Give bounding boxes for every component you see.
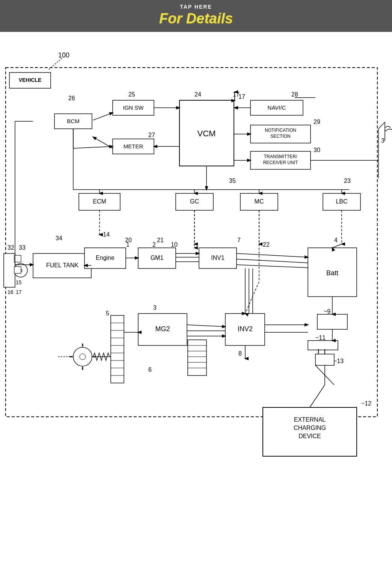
- svg-rect-129: [188, 340, 207, 375]
- svg-rect-72: [4, 253, 15, 287]
- svg-text:VCM: VCM: [198, 129, 216, 138]
- svg-text:16: 16: [8, 289, 14, 295]
- svg-text:DEVICE: DEVICE: [299, 433, 321, 439]
- svg-text:GC: GC: [190, 198, 199, 205]
- svg-text:8: 8: [238, 350, 242, 357]
- svg-text:27: 27: [148, 132, 155, 138]
- svg-text:25: 25: [128, 91, 135, 98]
- svg-text:3: 3: [381, 137, 384, 144]
- svg-text:MG2: MG2: [155, 325, 170, 333]
- svg-text:EXTERNAL: EXTERNAL: [294, 416, 326, 423]
- svg-text:~12: ~12: [361, 400, 371, 407]
- svg-text:CHARGING: CHARGING: [294, 425, 326, 431]
- svg-text:26: 26: [68, 95, 75, 101]
- svg-text:34: 34: [56, 235, 62, 241]
- svg-text:SECTION: SECTION: [270, 134, 290, 139]
- svg-text:22: 22: [263, 241, 270, 248]
- svg-text:VEHICLE: VEHICLE: [19, 77, 42, 83]
- svg-text:RECEIVER UNIT: RECEIVER UNIT: [263, 160, 298, 165]
- svg-text:Engine: Engine: [96, 255, 115, 261]
- svg-text:MC: MC: [255, 198, 264, 205]
- svg-text:2: 2: [152, 241, 156, 248]
- svg-text:GM1: GM1: [151, 255, 164, 261]
- svg-text:INV2: INV2: [238, 325, 253, 333]
- svg-text:TRANSMITTER/: TRANSMITTER/: [264, 154, 297, 159]
- svg-text:NOTIFICATION: NOTIFICATION: [265, 128, 296, 133]
- svg-text:24: 24: [194, 91, 201, 98]
- svg-text:30: 30: [314, 147, 320, 153]
- svg-text:~11: ~11: [315, 335, 326, 341]
- svg-text:15: 15: [16, 279, 22, 285]
- header-bar[interactable]: TAP HERE For Details: [0, 0, 392, 32]
- svg-text:100: 100: [58, 51, 69, 59]
- svg-rect-159: [263, 407, 357, 456]
- svg-text:IGN SW: IGN SW: [123, 104, 144, 111]
- svg-text:7: 7: [237, 237, 241, 243]
- svg-text:23: 23: [344, 178, 351, 184]
- svg-text:32: 32: [8, 244, 14, 251]
- for-details-label: For Details: [0, 11, 392, 27]
- svg-rect-74: [14, 267, 21, 273]
- svg-text:21: 21: [157, 237, 164, 243]
- svg-rect-154: [315, 354, 334, 365]
- svg-text:~13: ~13: [333, 358, 344, 364]
- svg-text:10: 10: [171, 241, 178, 248]
- svg-text:LBC: LBC: [336, 198, 347, 205]
- svg-text:28: 28: [291, 91, 298, 98]
- svg-text:35: 35: [229, 178, 236, 184]
- svg-text:3: 3: [153, 305, 157, 311]
- svg-text:~9: ~9: [324, 308, 330, 315]
- svg-text:METER: METER: [124, 143, 143, 149]
- svg-text:33: 33: [19, 244, 26, 251]
- diagram-area: 100 VEHICLE 26 BCM 25 IGN SW 24 VCM 17 2…: [0, 32, 392, 580]
- svg-text:FUEL TANK: FUEL TANK: [46, 262, 78, 268]
- tap-here-label: TAP HERE: [0, 4, 392, 10]
- svg-text:17: 17: [16, 289, 22, 295]
- svg-text:INV1: INV1: [211, 255, 225, 261]
- svg-text:29: 29: [314, 119, 320, 125]
- svg-text:Batt: Batt: [326, 269, 338, 277]
- svg-text:NAVI/C: NAVI/C: [268, 104, 286, 111]
- svg-rect-151: [308, 341, 338, 350]
- svg-text:~14: ~14: [100, 231, 110, 238]
- svg-text:4: 4: [334, 237, 338, 243]
- svg-text:ECM: ECM: [93, 198, 106, 205]
- svg-text:BCM: BCM: [67, 118, 79, 124]
- svg-text:6: 6: [148, 366, 152, 373]
- svg-text:5: 5: [106, 310, 109, 317]
- svg-rect-112: [111, 315, 124, 383]
- svg-rect-148: [317, 314, 347, 329]
- svg-point-122: [80, 354, 86, 360]
- svg-text:1: 1: [126, 241, 130, 248]
- svg-text:17: 17: [238, 93, 245, 100]
